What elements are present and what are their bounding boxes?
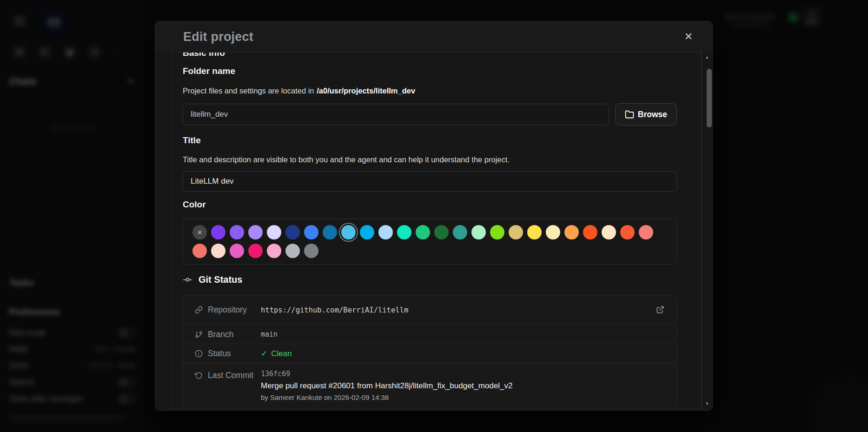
modal-scrollbar: ▲ ▼ bbox=[702, 52, 712, 409]
scroll-down-arrow[interactable]: ▼ bbox=[702, 401, 712, 406]
scrollbar-thumb[interactable] bbox=[707, 69, 712, 127]
title-input[interactable] bbox=[183, 171, 677, 192]
modal-title: Edit project bbox=[183, 30, 253, 44]
title-label: Title bbox=[183, 135, 677, 146]
color-swatch-navy[interactable] bbox=[285, 225, 300, 239]
modal-body: Basic Info Folder name Project files and… bbox=[155, 52, 712, 410]
branch-icon bbox=[195, 331, 203, 339]
history-icon bbox=[195, 372, 203, 379]
color-swatch-sky[interactable] bbox=[341, 225, 356, 239]
color-swatch-spring-green[interactable] bbox=[397, 225, 411, 239]
color-swatch-blush[interactable] bbox=[211, 244, 225, 258]
color-swatch-rose[interactable] bbox=[248, 244, 263, 258]
commit-message: Merge pull request #20601 from Harshit28… bbox=[261, 381, 512, 391]
color-swatch-violet[interactable] bbox=[230, 225, 244, 239]
color-swatch-light-blue[interactable] bbox=[378, 225, 393, 239]
color-swatch-pink[interactable] bbox=[267, 244, 281, 258]
repository-label: Repository bbox=[208, 305, 247, 315]
color-swatch-peach[interactable] bbox=[602, 225, 616, 239]
color-swatch-cream-yellow[interactable] bbox=[546, 225, 560, 239]
app-root: ⚙ ↻ ▦ ✦ ‹ Chats ✎ No chats found Tasks ›… bbox=[0, 0, 868, 432]
branch-label: Branch bbox=[208, 330, 233, 339]
last-commit-label: Last Commit bbox=[208, 371, 253, 380]
folder-name-label: Folder name bbox=[183, 66, 677, 76]
commit-byline: by Sameer Kankute on 2026-02-09 14:38 bbox=[261, 393, 512, 401]
status-value: ✓ Clean bbox=[261, 349, 292, 359]
commit-hash: 136fc69 bbox=[261, 370, 512, 378]
color-swatch-forest[interactable] bbox=[434, 225, 449, 239]
color-swatch-mint[interactable] bbox=[471, 225, 486, 239]
color-swatch-vermilion[interactable] bbox=[583, 225, 597, 239]
modal-scroll-area[interactable]: Basic Info Folder name Project files and… bbox=[172, 52, 702, 409]
color-swatch-none[interactable]: ✕ bbox=[192, 225, 207, 239]
color-swatch-lime[interactable] bbox=[490, 225, 504, 239]
title-description: Title and description are visible to bot… bbox=[183, 155, 677, 164]
scroll-up-arrow[interactable]: ▲ bbox=[702, 55, 712, 60]
git-status-heading: Git Status bbox=[183, 274, 677, 285]
color-swatch-light-violet[interactable] bbox=[248, 225, 263, 239]
external-link-icon[interactable] bbox=[656, 306, 665, 315]
color-swatch-orange[interactable] bbox=[564, 225, 579, 239]
color-palette: ✕ bbox=[183, 219, 677, 265]
git-status-card: Repository https://github.com/BerriAI/li… bbox=[183, 295, 677, 409]
color-swatch-cyan[interactable] bbox=[360, 225, 374, 239]
color-swatch-green[interactable] bbox=[416, 225, 430, 239]
browse-button[interactable]: Browse bbox=[615, 103, 677, 126]
status-label: Status bbox=[208, 349, 231, 359]
branch-value: main bbox=[261, 330, 278, 339]
color-swatch-sand[interactable] bbox=[509, 225, 523, 239]
git-last-commit-row: Last Commit 136fc69 Merge pull request #… bbox=[183, 363, 676, 409]
folder-path: /a0/usr/projects/litellm_dev bbox=[317, 86, 415, 95]
folder-name-input[interactable] bbox=[183, 104, 609, 125]
color-label: Color bbox=[183, 199, 677, 210]
git-branch-row: Branch main bbox=[183, 325, 676, 344]
folder-icon bbox=[625, 110, 634, 119]
color-swatch-ocean[interactable] bbox=[323, 225, 337, 239]
modal-header: Edit project ✕ bbox=[155, 21, 712, 52]
color-swatch-silver[interactable] bbox=[285, 244, 300, 258]
color-swatch-coral[interactable] bbox=[192, 244, 207, 258]
color-swatch-orchid[interactable] bbox=[230, 244, 244, 258]
info-icon bbox=[195, 350, 203, 358]
color-swatch-purple[interactable] bbox=[211, 225, 225, 239]
color-swatch-salmon[interactable] bbox=[639, 225, 653, 239]
close-button[interactable]: ✕ bbox=[681, 29, 696, 45]
color-swatch-blue[interactable] bbox=[304, 225, 318, 239]
color-swatch-teal[interactable] bbox=[453, 225, 467, 239]
link-icon bbox=[195, 306, 203, 314]
check-icon: ✓ bbox=[261, 349, 267, 359]
repository-url: https://github.com/BerriAI/litellm bbox=[261, 306, 656, 314]
color-swatch-red-orange[interactable] bbox=[620, 225, 635, 239]
color-swatch-gray[interactable] bbox=[304, 244, 318, 258]
edit-project-modal: Edit project ✕ Basic Info Folder name Pr… bbox=[155, 21, 713, 411]
git-repository-row: Repository https://github.com/BerriAI/li… bbox=[183, 295, 676, 325]
git-status-row: Status ✓ Clean bbox=[183, 344, 676, 363]
folder-description: Project files and settings are located i… bbox=[183, 86, 677, 95]
color-swatch-yellow[interactable] bbox=[527, 225, 542, 239]
color-swatch-lavender[interactable] bbox=[267, 225, 281, 239]
git-commit-icon bbox=[183, 275, 192, 285]
basic-info-heading-clipped: Basic Info bbox=[183, 53, 677, 59]
